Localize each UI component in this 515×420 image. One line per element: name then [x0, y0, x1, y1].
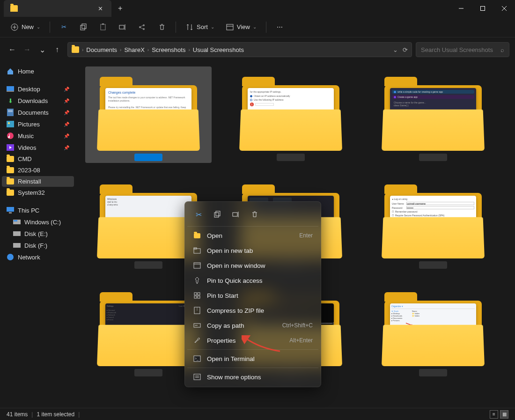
sidebar-videos[interactable]: Videos📌	[2, 142, 74, 153]
folder-label	[419, 154, 447, 161]
add-circle-icon	[10, 23, 19, 31]
back-button[interactable]: ←	[6, 43, 19, 56]
ctx-open[interactable]: OpenEnter	[187, 228, 318, 243]
crumb-screenshots[interactable]: Screenshots	[152, 46, 185, 53]
home-icon	[7, 67, 14, 75]
sidebar-pictures[interactable]: Pictures📌	[2, 118, 74, 130]
copy-icon	[79, 23, 88, 31]
sidebar-drive-f[interactable]: Disk (F:)	[2, 240, 74, 251]
ctx-open-window[interactable]: Open in new window	[187, 258, 318, 273]
start-icon	[193, 291, 201, 300]
search-icon: ⌕	[500, 46, 504, 53]
details-view-button[interactable]: ≡	[490, 410, 498, 419]
folder-item[interactable]: write a simple code for creating a game …	[370, 66, 496, 163]
svg-rect-9	[101, 24, 105, 30]
sidebar-downloads[interactable]: ⬇Downloads📌	[2, 95, 74, 106]
view-button[interactable]: View ⌄	[221, 20, 261, 34]
sidebar-drive-c[interactable]: Windows (C:)	[2, 216, 74, 228]
folder-item[interactable]: Changes completeThe tool has made change…	[85, 66, 212, 163]
ctx-pin-start[interactable]: Pin to Start	[187, 288, 318, 303]
sidebar-cmd[interactable]: CMD	[2, 154, 74, 164]
svg-rect-54	[194, 374, 200, 380]
svg-rect-32	[13, 243, 21, 248]
content-area[interactable]: Changes completeThe tool has made change…	[76, 62, 515, 408]
svg-point-24	[8, 122, 10, 124]
forward-button[interactable]: →	[21, 43, 34, 56]
svg-rect-28	[9, 212, 12, 214]
sidebar-music[interactable]: Music📌	[2, 130, 74, 141]
folder-item[interactable]: Organize ▾★ Quick▸ Desktop▸ Downloads▸ D…	[370, 282, 496, 378]
new-tab-button[interactable]: +	[111, 4, 129, 13]
svg-rect-19	[7, 91, 14, 92]
paste-icon	[99, 23, 107, 31]
close-window-button[interactable]	[493, 0, 515, 17]
paste-button[interactable]	[94, 20, 112, 34]
maximize-button[interactable]	[472, 0, 493, 17]
ctx-pin-quick[interactable]: Pin to Quick access	[187, 273, 318, 288]
svg-rect-37	[216, 211, 220, 216]
ctx-delete-button[interactable]	[246, 206, 263, 223]
rename-icon	[232, 211, 240, 218]
sidebar-reinstall[interactable]: Reinstall	[2, 176, 74, 187]
ctx-copy-button[interactable]	[209, 206, 226, 223]
rename-button[interactable]	[114, 20, 132, 34]
folder-item[interactable]: for the appropriate IP settings.Obtain a…	[228, 66, 354, 163]
close-tab-icon[interactable]: ✕	[96, 4, 105, 13]
sidebar-documents[interactable]: Documents📌	[2, 107, 74, 118]
sidebar-home[interactable]: Home	[2, 66, 74, 77]
crumb-sharex[interactable]: ShareX	[124, 46, 144, 53]
more-button[interactable]: ⋯	[271, 20, 289, 34]
sidebar-label: Documents	[18, 109, 49, 116]
pin-icon: 📌	[64, 145, 69, 150]
crumb-usual[interactable]: Usual Screenshots	[193, 46, 244, 53]
sidebar-label: Reinstall	[18, 178, 41, 185]
pin-icon: 📌	[64, 110, 69, 115]
ctx-more-options[interactable]: Show more options	[187, 369, 318, 384]
folder-label	[277, 154, 305, 161]
folder-item[interactable]: ● Log on usingUser Name:Password:☐Rememb…	[370, 174, 496, 271]
ctx-rename-button[interactable]	[228, 206, 244, 223]
ctx-label: Open in new tab	[207, 247, 253, 254]
sidebar-network[interactable]: Network	[2, 251, 74, 263]
crumb-documents[interactable]: Documents	[86, 46, 117, 53]
path-icon	[193, 321, 201, 330]
ctx-terminal[interactable]: >_Open in Terminal	[187, 351, 318, 366]
downloads-icon: ⬇	[7, 97, 14, 104]
delete-button[interactable]	[153, 20, 171, 34]
ctx-copy-path[interactable]: Copy as pathCtrl+Shift+C	[187, 318, 318, 333]
breadcrumb-dropdown[interactable]: ⌄	[393, 46, 398, 53]
nav-row: ← → ⌄ ↑ › Documents › ShareX › Screensho…	[0, 37, 515, 62]
search-input[interactable]	[421, 46, 500, 53]
sidebar-label: Downloads	[18, 97, 48, 104]
minimize-button[interactable]	[450, 0, 472, 17]
sidebar-2023-08[interactable]: 2023-08	[2, 165, 74, 176]
share-button[interactable]	[133, 20, 151, 34]
sidebar-thispc[interactable]: This PC	[2, 205, 74, 216]
recent-dropdown[interactable]: ⌄	[36, 43, 49, 56]
search-box[interactable]: ⌕	[416, 42, 509, 57]
cut-button[interactable]: ✂	[55, 20, 73, 34]
copy-button[interactable]	[74, 20, 92, 34]
up-button[interactable]: ↑	[51, 43, 64, 56]
svg-rect-21	[8, 110, 13, 111]
terminal-icon: >_	[193, 354, 201, 363]
sidebar-drive-e[interactable]: Disk (E:)	[2, 228, 74, 239]
drive-icon	[13, 242, 21, 249]
thumbnail-view-button[interactable]: ▦	[500, 410, 508, 419]
sidebar-label: CMD	[18, 155, 32, 162]
ctx-compress[interactable]: Compress to ZIP file	[187, 303, 318, 318]
sidebar-system32[interactable]: System32	[2, 187, 74, 198]
ctx-cut-button[interactable]: ✂	[190, 206, 207, 223]
breadcrumb[interactable]: › Documents › ShareX › Screenshots › Usu…	[67, 42, 412, 57]
ctx-label: Properties	[207, 337, 236, 344]
sidebar-desktop[interactable]: Desktop📌	[2, 83, 74, 95]
sort-button[interactable]: Sort ⌄	[181, 20, 219, 34]
window-tab[interactable]: ✕	[4, 0, 111, 17]
ctx-label: Show more options	[207, 374, 261, 381]
ctx-open-tab[interactable]: Open in new tab	[187, 243, 318, 258]
pictures-icon	[7, 120, 14, 128]
new-button[interactable]: New ⌄	[6, 20, 45, 34]
refresh-button[interactable]: ⟳	[403, 46, 408, 53]
ctx-properties[interactable]: PropertiesAlt+Enter	[187, 333, 318, 348]
sidebar: Home Desktop📌 ⬇Downloads📌 Documents📌 Pic…	[0, 62, 76, 408]
